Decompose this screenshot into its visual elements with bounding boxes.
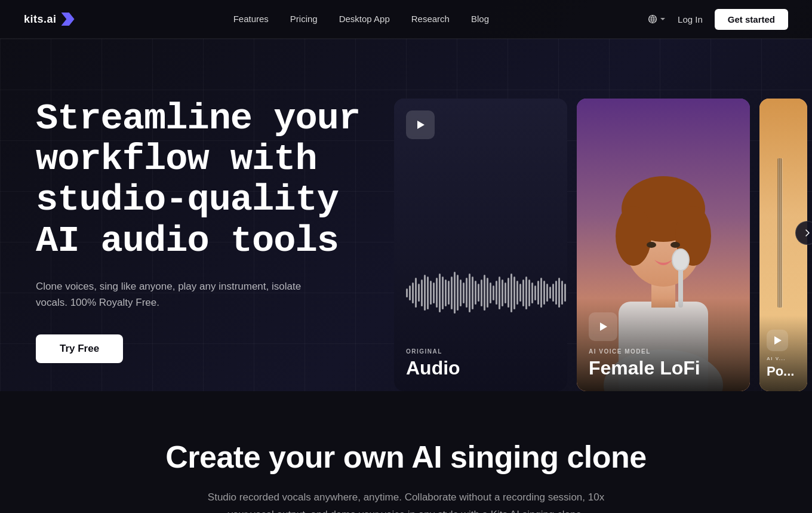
- card-female-lofi: AI VOICE MODEL Female LoFi: [577, 99, 750, 391]
- waveform-bar: [516, 281, 518, 305]
- waveform-bar: [478, 284, 479, 302]
- waveform-bar: [475, 281, 476, 305]
- hero-content: Streamline your workflow with studio-qua…: [0, 39, 812, 391]
- card-original-audio: ORIGINAL Audio: [394, 99, 567, 391]
- card-ai-voice-tag: AI VOICE MODEL: [589, 348, 738, 355]
- waveform-bar: [436, 278, 438, 308]
- waveform-bar: [558, 278, 560, 308]
- waveform-bar: [433, 282, 435, 303]
- svg-point-10: [670, 242, 680, 248]
- waveform-bar: [546, 284, 548, 302]
- waveform-bar: [510, 274, 512, 312]
- waveform-bar: [493, 285, 494, 300]
- logo-icon: [61, 13, 75, 26]
- language-selector[interactable]: [648, 14, 666, 24]
- lower-section: Create your own AI singing clone Studio …: [0, 391, 812, 513]
- waveform-bar: [540, 278, 542, 308]
- waveform-bar: [543, 281, 545, 305]
- card-partial-overlay: AI V... Po...: [759, 315, 807, 391]
- svg-rect-14: [777, 158, 782, 308]
- waveform-bar: [409, 285, 411, 300]
- waveform-bar: [427, 277, 429, 309]
- try-free-button[interactable]: Try Free: [36, 334, 123, 363]
- waveform-bar: [484, 275, 485, 311]
- waveform-bar: [442, 277, 444, 309]
- card-original-tag: ORIGINAL: [406, 348, 460, 355]
- play-icon: [415, 119, 426, 130]
- waveform-bar: [418, 284, 420, 302]
- nav-blog[interactable]: Blog: [471, 14, 489, 24]
- nav-right: Log In Get started: [648, 9, 788, 30]
- nav-links: Features Pricing Desktop App Research Bl…: [233, 14, 489, 24]
- waveform-bar: [412, 282, 414, 303]
- waveform-bar: [502, 279, 503, 306]
- logo-text: kits.ai: [24, 13, 57, 26]
- svg-point-7: [616, 206, 651, 266]
- waveform-bar: [481, 279, 482, 306]
- waveform-bar: [508, 278, 509, 308]
- waveform-bar: [522, 279, 524, 306]
- card-audio-bg: [394, 99, 567, 391]
- hero-section: Streamline your workflow with studio-qua…: [0, 0, 812, 513]
- waveform-bar: [555, 281, 557, 305]
- waveform-bar: [499, 277, 500, 309]
- waveform-bar: [454, 272, 456, 314]
- waveform: [406, 272, 555, 314]
- globe-icon: [648, 14, 657, 24]
- waveform-bar: [469, 274, 470, 312]
- card-partial-name: Po...: [767, 364, 800, 379]
- waveform-bar: [513, 277, 515, 309]
- waveform-bar: [451, 277, 453, 309]
- waveform-bar: [552, 284, 554, 302]
- lower-subtitle: Studio recorded vocals anywhere, anytime…: [203, 489, 609, 513]
- waveform-bar: [466, 278, 467, 308]
- waveform-bar: [487, 278, 488, 308]
- nav-desktop-app[interactable]: Desktop App: [339, 14, 390, 24]
- waveform-bar: [505, 282, 506, 303]
- waveform-bar: [534, 285, 536, 300]
- waveform-bar: [496, 281, 497, 305]
- nav-research[interactable]: Research: [411, 14, 450, 24]
- waveform-bar: [561, 281, 563, 305]
- get-started-button[interactable]: Get started: [715, 9, 788, 30]
- waveform-bar: [490, 282, 491, 303]
- play-icon-female: [598, 321, 608, 332]
- svg-point-12: [672, 249, 689, 271]
- waveform-bar: [415, 278, 417, 308]
- lower-title: Create your own AI singing clone: [24, 439, 788, 475]
- card-female-name: Female LoFi: [589, 357, 738, 379]
- waveform-bar: [424, 275, 426, 311]
- waveform-bar: [519, 284, 521, 302]
- card-female-overlay: AI VOICE MODEL Female LoFi: [577, 298, 750, 391]
- navbar: kits.ai Features Pricing Desktop App Res…: [0, 0, 812, 39]
- waveform-bar: [460, 279, 462, 306]
- waveform-bar: [564, 284, 566, 302]
- play-button-partial[interactable]: [767, 330, 788, 351]
- card-partial: AI V... Po...: [759, 99, 807, 391]
- waveform-bar: [525, 277, 527, 309]
- waveform-bar: [448, 281, 450, 305]
- hero-subtitle: Clone voices, sing like anyone, play any…: [36, 278, 310, 311]
- login-button[interactable]: Log In: [678, 14, 703, 24]
- waveform-bar: [430, 281, 432, 305]
- waveform-bar: [406, 288, 408, 297]
- waveform-bar: [439, 274, 441, 312]
- waveform-bar: [421, 279, 423, 306]
- card-partial-tag: AI V...: [767, 356, 800, 361]
- waveform-bar: [445, 279, 447, 306]
- waveform-bar: [531, 282, 533, 303]
- waveform-bar: [463, 282, 465, 303]
- hero-left: Streamline your workflow with studio-qua…: [36, 75, 370, 363]
- play-icon-partial: [772, 335, 783, 346]
- hero-cards: ORIGINAL Audio: [394, 75, 807, 391]
- nav-pricing[interactable]: Pricing: [290, 14, 318, 24]
- svg-point-9: [647, 242, 656, 248]
- card-audio-name: Audio: [406, 357, 460, 379]
- play-button-audio[interactable]: [406, 110, 435, 139]
- waveform-bar: [457, 275, 459, 311]
- logo[interactable]: kits.ai: [24, 13, 75, 26]
- chevron-down-icon: [660, 17, 666, 21]
- play-button-female[interactable]: [589, 312, 617, 341]
- waveform-bar: [528, 279, 530, 306]
- nav-features[interactable]: Features: [233, 14, 269, 24]
